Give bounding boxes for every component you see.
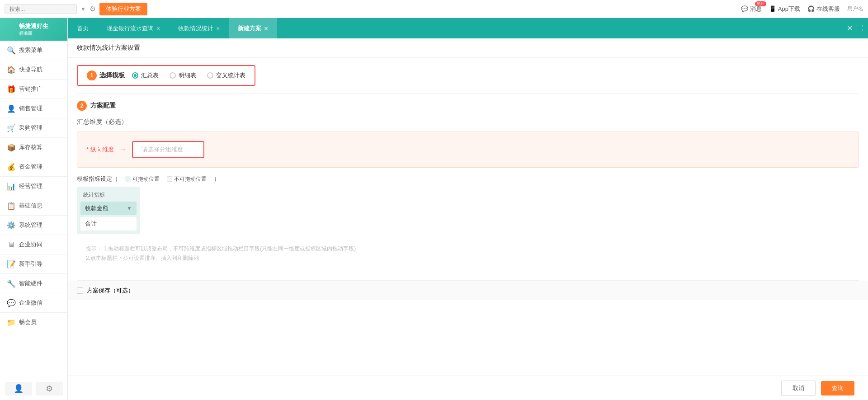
tab-new-plan[interactable]: 新建方案 × (229, 18, 277, 38)
tab-cash-flow-close[interactable]: × (156, 25, 160, 32)
step1-number: 1 (87, 71, 97, 80)
sidebar-item-label: 库存核算 (19, 143, 42, 151)
tab-new-plan-close[interactable]: × (264, 25, 268, 32)
dimension-select-box[interactable]: 请选择分组维度 (132, 141, 204, 158)
dimension-row: * 纵向维度 → 请选择分组维度 (86, 141, 204, 158)
sidebar-item-sales[interactable]: 👤 销售管理 (0, 99, 67, 118)
template-select-row: 汇总表 明细表 交叉统计表 (132, 71, 245, 80)
sidebar-item-label: 智能硬件 (19, 279, 42, 287)
save-option-label: 方案保存（可选） (87, 287, 134, 295)
industry-btn[interactable]: 体验行业方案 (99, 3, 147, 15)
sidebar-item-label: 系统管理 (19, 221, 42, 229)
radio-summary-label: 汇总表 (141, 71, 159, 80)
sidebar-item-basic[interactable]: 📋 基础信息 (0, 196, 67, 216)
tab-cash-flow[interactable]: 现金银行流水查询 × (98, 18, 169, 38)
search-input[interactable] (5, 4, 77, 14)
bottom-bar: 取消 查询 (68, 376, 868, 400)
step2-section: 2 方案配置 汇总维度（必选） * 纵向维度 → 请选择分组维度 (68, 94, 868, 280)
sidebar-item-member[interactable]: 📁 畅会员 (0, 313, 67, 332)
tab-expand-icon[interactable]: ⛶ (856, 24, 863, 33)
sidebar-item-label: 畅会员 (19, 318, 37, 326)
radio-detail[interactable]: 明细表 (170, 71, 196, 80)
save-option-bar: 方案保存（可选） (68, 281, 868, 300)
top-bar-left: ▼ ⚙ 体验行业方案 (5, 3, 741, 15)
sidebar-item-purchase[interactable]: 🛒 采购管理 (0, 118, 67, 138)
sidebar-item-finance[interactable]: 💰 资金管理 (0, 157, 67, 177)
search-icon: 🔍 (7, 46, 15, 54)
radio-cross-circle (207, 72, 213, 79)
step1-box: 1 选择模板 汇总表 明细表 (77, 65, 255, 86)
sidebar-item-label: 营销推广 (19, 85, 42, 93)
tab-close-icon[interactable]: ✕ (847, 24, 853, 33)
page-content: 收款情况统计方案设置 1 选择模板 汇总表 (68, 38, 868, 376)
draggable-dot (125, 176, 131, 182)
save-checkbox[interactable] (77, 287, 83, 294)
message-icon: 💬 (741, 5, 748, 12)
dimension-title: 汇总维度（必选） (77, 118, 859, 126)
desktop-icon: 🖥 (7, 240, 15, 249)
radio-summary[interactable]: 汇总表 (132, 71, 159, 80)
stats-col-cell[interactable]: 收款金额 ▼ (80, 202, 137, 215)
step2-label: 方案配置 (90, 102, 116, 110)
sidebar-item-guide[interactable]: 📝 新手引导 (0, 254, 67, 274)
radio-detail-circle (170, 72, 176, 79)
sidebar-item-inventory[interactable]: 📦 库存核算 (0, 138, 67, 157)
gear-icon[interactable]: ⚙ (90, 5, 96, 13)
sidebar-item-management[interactable]: 📊 经营管理 (0, 177, 67, 196)
sidebar-bottom-settings[interactable]: ⚙ (36, 382, 63, 395)
tab-bar: 首页 现金银行流水查询 × 收款情况统计 × 新建方案 × ✕ ⛶ (68, 18, 868, 38)
sidebar-item-hardware[interactable]: 🔧 智能硬件 (0, 274, 67, 293)
main-layout: 畅捷通好生 标准版 🔍 搜索菜单 🏠 快捷导航 🎁 营销推广 👤 销售管理 🛒 … (0, 18, 868, 400)
guide-icon: 📝 (7, 260, 15, 268)
sidebar-item-wechat[interactable]: 💬 企业微信 (0, 293, 67, 313)
radio-cross-label: 交叉统计表 (216, 71, 245, 80)
sidebar-item-system[interactable]: ⚙️ 系统管理 (0, 216, 67, 235)
dropdown-arrow-icon[interactable]: ▼ (80, 6, 86, 12)
sidebar-item-label: 搜索菜单 (19, 46, 42, 54)
chart-icon: 📊 (7, 182, 15, 190)
step2-number: 2 (77, 101, 87, 111)
cancel-button[interactable]: 取消 (781, 381, 816, 396)
hardware-icon: 🔧 (7, 279, 15, 287)
chevron-down-icon: ▼ (127, 205, 132, 212)
download-btn[interactable]: 📱 App下载 (769, 5, 800, 13)
radio-cross[interactable]: 交叉统计表 (207, 71, 245, 80)
sidebar-item-search[interactable]: 🔍 搜索菜单 (0, 41, 67, 60)
service-btn[interactable]: 🎧 在线客服 (807, 5, 840, 13)
sidebar-item-label: 基础信息 (19, 202, 42, 210)
step2-header: 2 方案配置 (77, 101, 859, 111)
vertical-label: * 纵向维度 (86, 146, 114, 154)
query-button[interactable]: 查询 (821, 381, 854, 395)
sidebar-item-marketing[interactable]: 🎁 营销推广 (0, 80, 67, 99)
sidebar-item-collab[interactable]: 🖥 企业协同 (0, 235, 67, 254)
sidebar-item-nav[interactable]: 🏠 快捷导航 (0, 60, 67, 80)
page-inner: 收款情况统计方案设置 1 选择模板 汇总表 (68, 38, 868, 376)
indicator-settings-title: 模板指标设定（ 可拖动位置 不可拖动位置 ） (77, 175, 859, 183)
fixed-label: 不可拖动位置 (174, 175, 207, 183)
tab-new-plan-label: 新建方案 (238, 24, 261, 33)
service-label: 在线客服 (816, 5, 840, 13)
step1-section: 1 选择模板 汇总表 明细表 (68, 58, 868, 93)
logo-sub: 标准版 (19, 30, 48, 37)
tab-bar-actions: ✕ ⛶ (847, 24, 868, 33)
notifications-btn[interactable]: 💬 消息 99+ (741, 5, 762, 13)
sidebar-bottom: 👤 ⚙ (0, 377, 67, 400)
box-icon: 📦 (7, 143, 15, 151)
fixed-dot (167, 176, 172, 182)
step1-label: 选择模板 (99, 71, 125, 80)
sidebar-item-label: 资金管理 (19, 163, 42, 171)
tips-section: 提示： 1.拖动标题栏可以调整布局，不可跨维度或指标区域拖动栏目字段(只能在同一… (77, 241, 859, 273)
sidebar-item-label: 快捷导航 (19, 66, 42, 74)
tab-cash-flow-label: 现金银行流水查询 (107, 24, 154, 33)
tab-home[interactable]: 首页 (68, 18, 98, 38)
tab-collection-stats[interactable]: 收款情况统计 × (169, 18, 229, 38)
sidebar-item-label: 销售管理 (19, 104, 42, 113)
dimension-placeholder: 请选择分组维度 (142, 146, 183, 153)
tab-collection-stats-close[interactable]: × (216, 25, 220, 32)
sidebar-logo: 畅捷通好生 标准版 (0, 18, 67, 41)
user-label: 用户名 (847, 5, 863, 13)
stats-section-label: 统计指标 (80, 190, 137, 200)
sidebar-bottom-user[interactable]: 👤 (5, 382, 32, 395)
money-icon: 💰 (7, 163, 15, 171)
content-area: 首页 现金银行流水查询 × 收款情况统计 × 新建方案 × ✕ ⛶ (68, 18, 868, 400)
